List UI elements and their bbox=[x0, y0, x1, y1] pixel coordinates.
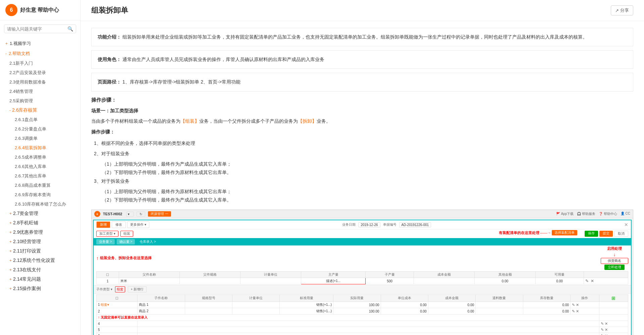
sidebar-item-264[interactable]: 2.6.4组装拆卸单 bbox=[15, 143, 80, 153]
step-2: 2、对于组装业务 bbox=[94, 150, 633, 158]
lth-avail: 库存数量 bbox=[523, 295, 570, 302]
sidebar-item-261[interactable]: 2.6.1盘点单 bbox=[15, 115, 80, 124]
ltd-2-del[interactable]: ✕ bbox=[576, 309, 579, 313]
mock-submit-btn[interactable]: 提交 bbox=[599, 231, 613, 237]
highlight-disassemble: 【拆卸】 bbox=[298, 118, 317, 124]
mock-upper-table: ☐ 父件名称 父件规格 计量单位 主产量 子产量 成本金额 其他金额 可用量 bbox=[96, 271, 628, 284]
mock-tab-edit[interactable]: 修改 bbox=[112, 221, 126, 228]
sidebar-item-269[interactable]: 2.6.9库存账本查询 bbox=[15, 190, 80, 200]
sidebar-item-cases[interactable]: + 2.15操作案例 bbox=[9, 284, 80, 293]
sidebar-sub-26: 2.6.1盘点单 2.6.2分量盘点单 2.6.3调拨单 2.6.4组装拆卸单 … bbox=[9, 115, 80, 209]
ltd-2-actual: 100.00 bbox=[333, 308, 381, 315]
sidebar-item-mobile[interactable]: + 2.8手机旺铺 bbox=[9, 218, 80, 228]
ltd-5-edit[interactable]: ✎ bbox=[601, 328, 604, 332]
mock-tab-new[interactable]: 新增 bbox=[96, 221, 110, 228]
mock-icon-flag: 🚩 App下载 bbox=[556, 212, 574, 216]
sidebar-item-inventory[interactable]: - 2.6库存核算 bbox=[9, 106, 80, 115]
ltd-5-del[interactable]: ✕ bbox=[605, 328, 608, 332]
ltd-2-extra bbox=[599, 308, 628, 315]
sidebar-item-video-learning[interactable]: + 1.视频学习 bbox=[0, 39, 80, 49]
sidebar-item-263[interactable]: 2.6.3调拨单 bbox=[15, 134, 80, 143]
mock-btn-more[interactable]: 更多操作 ▾ bbox=[127, 221, 149, 228]
mock-app: 6 TEST-H002 ▾ ↻ 闭源管理 一 🚩 App下载 🎧 帮助服务 ❓ … bbox=[92, 210, 633, 335]
path-text: 1、库存核算->库存管理->组装拆卸单 2、首页->常用功能 bbox=[122, 79, 240, 85]
td-1-sub-qty: 500 bbox=[366, 278, 414, 284]
lower-table-header-row: ☐ 子件名称 规格型号 计量单位 标准用量 实际用量 单位成本 成本金额 退料数 bbox=[97, 295, 628, 302]
th-ops bbox=[584, 272, 628, 278]
ltd-2-op: ✎ ✕ bbox=[571, 308, 599, 315]
ltd-1-del[interactable]: ✕ bbox=[576, 303, 579, 307]
ltd-2-edit[interactable]: ✎ bbox=[572, 309, 575, 313]
annotation4-group: ☐ 子件名称 规格型号 计量单位 标准用量 实际用量 单位成本 成本金额 退料数 bbox=[96, 294, 628, 335]
mock-btn-choose-list[interactable]: 选择装配清单 bbox=[552, 230, 577, 235]
lth-child-name: 子件名称 bbox=[138, 295, 185, 302]
ltd-6-edit[interactable]: ✎ bbox=[601, 334, 604, 335]
mock-close-icon[interactable]: ✕ bbox=[624, 222, 628, 227]
annotation1-group: 有装配清单的在这里处理 ——→ 选择装配清单 bbox=[499, 230, 577, 235]
mock-upper-table-area: ☐ 父件名称 父件规格 计量单位 主产量 子产量 成本金额 其他金额 可用量 bbox=[94, 271, 631, 285]
sidebar-item-267[interactable]: 2.6.7其他出库单 bbox=[15, 171, 80, 181]
sidebar-item-faq[interactable]: + 2.14常见问题 bbox=[9, 275, 80, 284]
ltd-4-del[interactable]: ✕ bbox=[605, 322, 608, 326]
mock-docid-value: AD-20191226-001 bbox=[399, 222, 431, 227]
share-button[interactable]: ↗ 分享 bbox=[611, 5, 633, 15]
ltd-1-spec bbox=[185, 302, 232, 308]
ltd-6-del[interactable]: ✕ bbox=[605, 334, 608, 335]
mock-annotation-row1: 加工类型 ▾ 组装 有装配清单的在这里处理 ——→ 选择装配清单 保存 提交 bbox=[94, 229, 631, 238]
sidebar-item-coupon[interactable]: + 2.9优惠券管理 bbox=[9, 228, 80, 237]
ltd-5-empty bbox=[138, 327, 599, 333]
sidebar-item-finance[interactable]: + 2.7资金管理 bbox=[9, 209, 80, 218]
ltd-1-ucost: 0.00 bbox=[381, 302, 428, 308]
logo-icon: 6 bbox=[5, 4, 17, 16]
ltd-3-annot: ↑ 无固定清单可以直接在这里录入 bbox=[97, 315, 599, 321]
sidebar-item-operations[interactable]: + 2.10经营管理 bbox=[9, 237, 80, 246]
td-1-del-icon[interactable]: ✕ bbox=[591, 279, 594, 283]
mock-dialog: 新增 修改 更多操作 ▾ 业务日期 2019-12-26 单据编号 AD-201… bbox=[93, 220, 632, 335]
expand-table-icon[interactable]: ⊞ bbox=[611, 295, 615, 301]
mock-btn-ok[interactable]: 立即处理 bbox=[604, 265, 625, 270]
sidebar-item-install[interactable]: 2.2产品安装及登录 bbox=[9, 68, 80, 77]
sidebar-item-268[interactable]: 2.6.8商品成本重算 bbox=[15, 181, 80, 190]
sidebar-item-sales[interactable]: 2.4销售管理 bbox=[9, 87, 80, 96]
mock-lower-table: ☐ 子件名称 规格型号 计量单位 标准用量 实际用量 单位成本 成本金额 退料数 bbox=[96, 294, 628, 335]
search-icon[interactable]: 🔍 bbox=[67, 26, 73, 32]
function-text: 组装拆卸单用来处理企业组装或拆卸等加工业务，支持有固定装配清单的产品加工业务，也… bbox=[122, 34, 587, 40]
mock-save-btn[interactable]: 保存 bbox=[585, 231, 598, 237]
sidebar-item-266[interactable]: 2.6.6其他入库单 bbox=[15, 162, 80, 171]
sub-step-2-1: （1）上部明细为父件明细，最终作为产成品生成其它入库单； bbox=[102, 160, 633, 168]
sidebar-item-265[interactable]: 2.6.5成本调整单 bbox=[15, 153, 80, 162]
scene1-title: 场景一：加工类型选择 bbox=[91, 108, 633, 114]
mock-refresh-btn: ↻ bbox=[137, 212, 145, 217]
sidebar-item-beginner[interactable]: 2.1新手入门 bbox=[9, 59, 80, 68]
expand-icon: + bbox=[5, 41, 8, 46]
sidebar-item-purchase[interactable]: 2.5采购管理 bbox=[9, 96, 80, 106]
ltd-2-cb: 2 bbox=[97, 308, 138, 315]
sidebar-item-print[interactable]: + 2.11打印设置 bbox=[9, 246, 80, 256]
expand-icon-payment: + bbox=[9, 268, 12, 272]
search-input[interactable] bbox=[7, 26, 67, 32]
mock-cancel-btn[interactable]: 取消 bbox=[614, 231, 628, 237]
lower-table-row-1: 1 组套▾ 商品 1 销售(+1...) 100.00 0.00 0.00 bbox=[97, 302, 628, 308]
sidebar-header: 6 好生意 帮助中心 bbox=[0, 0, 80, 20]
mock-company-dropdown: ▾ bbox=[126, 212, 134, 217]
mock-form-fields: 业务日期 2019-12-26 单据编号 AD-20191226-001 bbox=[342, 222, 431, 227]
main-content: 组装拆卸单 ↗ 分享 功能介绍： 组装拆卸单用来处理企业组装或拆卸等加工业务，支… bbox=[80, 0, 644, 335]
sidebar-item-data-prep[interactable]: 2.3使用前数据准备 bbox=[9, 77, 80, 87]
td-1-edit-icon[interactable]: ✎ bbox=[585, 279, 589, 283]
intro-block: 功能介绍： 组装拆卸单用来处理企业组装或拆卸等加工业务，支持有固定装配清单的产品… bbox=[91, 28, 633, 46]
mock-lower-add-btn[interactable]: + 新增行 bbox=[128, 286, 147, 292]
ltd-1-edit[interactable]: ✎ bbox=[572, 303, 575, 307]
sidebar-item-262[interactable]: 2.6.2分量盘点单 bbox=[15, 124, 80, 134]
annotation1-text: 有装配清单的在这里处理 bbox=[499, 230, 539, 235]
ltd-1-extra bbox=[599, 302, 628, 308]
sidebar-item-2610[interactable]: 2.6.10库存账本错了怎么办 bbox=[15, 200, 80, 209]
ltd-4-edit[interactable]: ✎ bbox=[601, 322, 604, 326]
search-box[interactable]: 🔍 bbox=[4, 24, 76, 33]
sidebar-item-help-docs[interactable]: - 2.帮助文档 bbox=[0, 49, 80, 59]
mock-icon-help: ❓ 帮助中心 bbox=[599, 212, 617, 216]
scene1-desc: 当由多个子件材料组装成一个成品的业务为【组装】业务，当由一个父件拆分成多个子产品… bbox=[91, 117, 633, 126]
sidebar-item-payment[interactable]: + 2.13在线支付 bbox=[9, 265, 80, 275]
expand-icon-faq: + bbox=[9, 277, 12, 282]
ltd-2-back bbox=[476, 308, 523, 315]
sidebar-item-personalize[interactable]: + 2.12系统个性化设置 bbox=[9, 256, 80, 265]
